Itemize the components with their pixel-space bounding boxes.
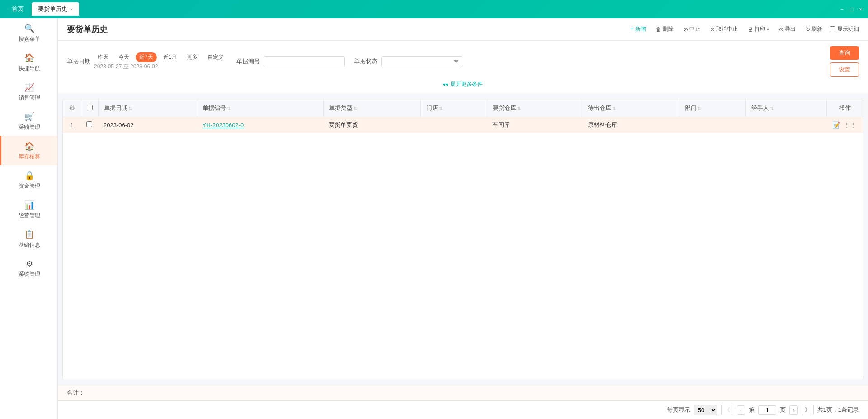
sidebar-item-search-menu[interactable]: 🔍 搜索菜单 — [0, 18, 57, 48]
row-req-warehouse: 车间库 — [487, 117, 582, 133]
chip-custom[interactable]: 自定义 — [204, 52, 227, 62]
page-header: 要货单历史 + 新增 🗑 删除 ⊘ 中止 ⊙ 取消中止 🖨 — [58, 18, 868, 41]
query-button[interactable]: 查询 — [830, 46, 859, 60]
sidebar: 🔍 搜索菜单 🏠 快捷导航 📈 销售管理 🛒 采购管理 🏠 库存核算 🔒 资金管… — [0, 18, 58, 419]
th-department: 部门⇅ — [679, 99, 745, 117]
sort-targetwh-icon: ⇅ — [612, 106, 616, 111]
sidebar-item-basic[interactable]: 📋 基础信息 — [0, 224, 57, 253]
cancel-stop-icon: ⊙ — [710, 26, 715, 33]
home-tab[interactable]: 首页 — [5, 2, 30, 16]
bill-number-filter: 单据编号 — [236, 56, 345, 67]
refresh-icon: ↻ — [806, 26, 810, 33]
chip-yesterday[interactable]: 昨天 — [94, 52, 112, 62]
close-window-icon[interactable]: × — [859, 6, 863, 13]
chip-7days[interactable]: 近7天 — [136, 52, 157, 62]
first-page-button[interactable]: 《 — [721, 405, 733, 415]
inventory-icon: 🏠 — [24, 141, 34, 151]
edit-icon[interactable]: 📝 — [832, 121, 840, 129]
system-icon: ⚙ — [26, 259, 33, 269]
pagination-bar: 每页显示 50 20 100 《 ‹ 第 页 › 》 共1页，1条记录 — [58, 400, 868, 419]
row-department — [679, 117, 745, 133]
print-button[interactable]: 🖨 打印 ▾ — [745, 24, 772, 35]
sidebar-item-operation[interactable]: 📊 经营管理 — [0, 195, 57, 224]
table-settings-icon[interactable]: ⚙ — [69, 104, 75, 112]
sort-billno-icon: ⇅ — [227, 106, 231, 111]
per-page-label: 每页显示 — [667, 406, 690, 414]
sort-billtype-icon: ⇅ — [354, 106, 357, 111]
footer-bar: 合计： — [58, 385, 868, 400]
prev-page-button[interactable]: ‹ — [737, 405, 745, 415]
page-number-input[interactable] — [758, 405, 776, 415]
sidebar-item-sales[interactable]: 📈 销售管理 — [0, 77, 57, 106]
more-ops-icon[interactable]: ⋮⋮ — [844, 121, 856, 129]
th-checkbox — [81, 99, 98, 117]
content-area: 要货单历史 + 新增 🗑 删除 ⊘ 中止 ⊙ 取消中止 🖨 — [58, 18, 868, 419]
print-dropdown-icon: ▾ — [767, 27, 769, 32]
status-select[interactable] — [381, 56, 462, 67]
basic-icon: 📋 — [24, 229, 34, 239]
row-ops: 📝 ⋮⋮ — [827, 117, 863, 133]
chip-today[interactable]: 今天 — [115, 52, 133, 62]
bill-no-link[interactable]: YH-20230602-0 — [203, 122, 244, 129]
last-page-button[interactable]: 》 — [802, 405, 814, 415]
chip-more[interactable]: 更多 — [183, 52, 201, 62]
row-bill-no: YH-20230602-0 — [197, 117, 324, 133]
row-handler — [746, 117, 827, 133]
row-checkbox-cell — [81, 117, 98, 133]
table-header-row: ⚙ 单据日期⇅ 单据编号⇅ 单据类型⇅ — [63, 99, 863, 117]
date-range-text: 2023-05-27 至 2023-06-02 — [94, 63, 227, 71]
toolbar: + 新增 🗑 删除 ⊘ 中止 ⊙ 取消中止 🖨 打印 ▾ — [628, 24, 859, 40]
date-chips: 昨天 今天 近7天 近1月 更多 自定义 — [94, 52, 227, 62]
per-page-select[interactable]: 50 20 100 — [694, 405, 717, 415]
top-bar: 首页 要货单历史 × － □ × — [0, 0, 868, 18]
delete-icon: 🗑 — [656, 26, 661, 33]
row-checkbox[interactable] — [86, 121, 92, 127]
row-bill-type: 要货单要货 — [323, 117, 420, 133]
delete-button[interactable]: 🗑 删除 — [653, 24, 676, 35]
sidebar-item-finance[interactable]: 🔒 资金管理 — [0, 165, 57, 195]
row-date: 2023-06-02 — [98, 117, 197, 133]
export-button[interactable]: ⊙ 导出 — [776, 24, 798, 35]
print-icon: 🖨 — [748, 26, 753, 33]
maximize-icon[interactable]: □ — [850, 6, 854, 13]
th-settings: ⚙ — [63, 99, 81, 117]
sidebar-item-quick-nav[interactable]: 🏠 快捷导航 — [0, 48, 57, 77]
active-tab[interactable]: 要货单历史 × — [32, 2, 79, 16]
cancel-stop-button[interactable]: ⊙ 取消中止 — [708, 24, 741, 35]
th-date: 单据日期⇅ — [98, 99, 197, 117]
page-suffix: 页 — [780, 406, 786, 414]
bill-number-input[interactable] — [264, 56, 345, 67]
new-button[interactable]: + 新增 — [628, 24, 649, 35]
th-target-warehouse: 待出仓库⇅ — [582, 99, 679, 117]
display-detail-checkbox[interactable] — [830, 26, 835, 32]
th-req-warehouse: 要货仓库⇅ — [487, 99, 582, 117]
page-title: 要货单历史 — [67, 24, 108, 40]
stop-button[interactable]: ⊘ 中止 — [681, 24, 703, 35]
refresh-button[interactable]: ↻ 刷新 — [803, 24, 825, 35]
table-body: 1 2023-06-02 YH-20230602-0 要货单要货 车间库 原材料… — [63, 117, 863, 133]
close-tab-icon[interactable]: × — [70, 6, 73, 12]
filter-actions: 查询 设置 — [830, 46, 859, 77]
expand-more-btn[interactable]: ▾▾ 展开更多条件 — [67, 81, 859, 88]
data-table: ⚙ 单据日期⇅ 单据编号⇅ 单据类型⇅ — [63, 99, 863, 133]
sidebar-item-system[interactable]: ⚙ 系统管理 — [0, 253, 57, 283]
th-handler: 经手人⇅ — [746, 99, 827, 117]
chip-1month[interactable]: 近1月 — [160, 52, 181, 62]
minimize-icon[interactable]: － — [839, 5, 845, 13]
bill-number-label: 单据编号 — [236, 57, 260, 66]
table-container: ⚙ 单据日期⇅ 单据编号⇅ 单据类型⇅ — [62, 99, 863, 380]
sort-handler-icon: ⇅ — [770, 106, 774, 111]
sidebar-item-inventory[interactable]: 🏠 库存核算 — [0, 136, 57, 165]
row-store — [420, 117, 487, 133]
table-row: 1 2023-06-02 YH-20230602-0 要货单要货 车间库 原材料… — [63, 117, 863, 133]
display-detail-toggle[interactable]: 显示明细 — [830, 25, 859, 33]
th-bill-no: 单据编号⇅ — [197, 99, 324, 117]
row-num: 1 — [63, 117, 81, 133]
next-page-button[interactable]: › — [789, 405, 797, 415]
select-all-checkbox[interactable] — [87, 105, 93, 110]
sort-store-icon: ⇅ — [439, 106, 443, 111]
filter-row: 单据日期 昨天 今天 近7天 近1月 更多 自定义 2023-05-27 至 2… — [67, 46, 859, 77]
sidebar-item-purchase[interactable]: 🛒 采购管理 — [0, 106, 57, 136]
operation-icon: 📊 — [24, 200, 34, 210]
settings-button[interactable]: 设置 — [830, 62, 859, 77]
